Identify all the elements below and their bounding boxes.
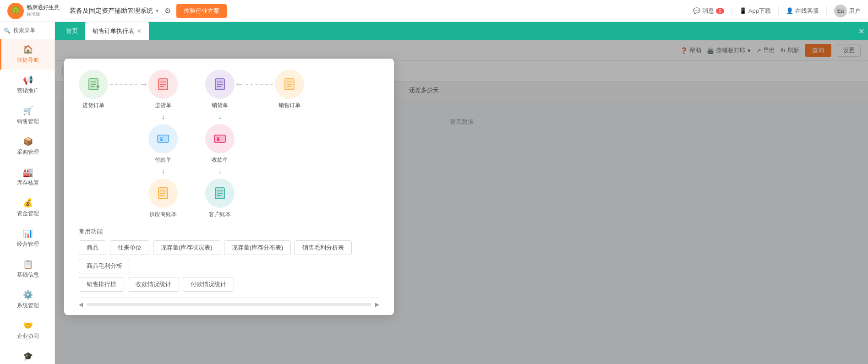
- purchase-order-circle: [79, 70, 108, 99]
- sidebar-item-sales[interactable]: 🛒 销售管理: [0, 100, 55, 131]
- tab-close-icon[interactable]: ✕: [137, 28, 142, 34]
- flow-col-1: 进货订单: [79, 70, 108, 109]
- func-btn-8[interactable]: 付款情况统计: [183, 277, 234, 292]
- sidebar-item-marketing[interactable]: 📢 营销推广: [0, 70, 55, 100]
- dashed-line-1: [110, 84, 137, 85]
- sidebar-item-label-purchase: 采购管理: [17, 148, 39, 156]
- marketing-icon: 📢: [23, 75, 33, 85]
- sidebar-item-finance[interactable]: 💰 资金管理: [0, 192, 55, 223]
- quick-nav-icon: 🏠: [23, 44, 33, 54]
- func-btn-3[interactable]: 现存量(库存分布表): [224, 240, 291, 255]
- online-service-label: 在线客服: [795, 7, 819, 15]
- arrow-down-3: ↓: [218, 113, 222, 120]
- tab-sales-order[interactable]: 销售订单执行表 ✕: [85, 22, 149, 40]
- svg-text:¥: ¥: [217, 136, 220, 142]
- flow-node-sales-order-node[interactable]: 销售订单: [275, 70, 304, 109]
- arrow-down-2: ↓: [161, 168, 165, 175]
- app-download-item[interactable]: 📱 App下载: [739, 7, 771, 15]
- sidebar: 🔍 搜索菜单 🏠 快捷导航 📢 营销推广 🛒 销售管理 📦 采购管理 🏭 库存核…: [0, 22, 55, 364]
- sidebar-item-system[interactable]: ⚙️ 系统管理: [0, 284, 55, 315]
- func-btn-7[interactable]: 收款情况统计: [128, 277, 179, 292]
- finance-icon: 💰: [23, 198, 33, 208]
- message-item[interactable]: 💬 消息 6: [693, 7, 724, 15]
- sales-icon: 🛒: [23, 106, 33, 116]
- modal-overlay[interactable]: 进货订单 →: [55, 40, 868, 364]
- func-btn-5[interactable]: 商品毛利分析: [79, 259, 130, 273]
- newbie-icon: 🎓: [23, 351, 33, 361]
- scroll-right-btn[interactable]: ▶: [375, 301, 379, 308]
- operations-icon: 📊: [23, 228, 33, 239]
- arrow-down-1: ↓: [161, 113, 165, 120]
- arrow-2: ←: [235, 70, 275, 89]
- settings-icon[interactable]: ⚙: [164, 6, 171, 15]
- purchase-bill-circle: [148, 70, 178, 99]
- sidebar-item-basic-info[interactable]: 📋 基础信息: [0, 254, 55, 284]
- sales-order-circle: [275, 70, 304, 99]
- tab-home[interactable]: 首页: [59, 22, 85, 40]
- flow-node-supplier-ledger[interactable]: 供应商账本: [148, 179, 178, 218]
- user-item[interactable]: Ea 用户: [834, 5, 861, 17]
- purchase-order-label: 进货订单: [82, 102, 104, 109]
- top-header: 🍀 畅康通好生意 标准版 装备及固定资产辅助管理系统 ▾ ⚙ 体验行业方案 💬 …: [0, 0, 868, 22]
- func-buttons-group: 商品 往来单位 现存量(库存状况表) 现存量(库存分布表) 销售毛利分析表 商品…: [79, 240, 379, 273]
- sales-order-node-label: 销售订单: [278, 102, 300, 109]
- message-label: 消息: [702, 7, 714, 15]
- flow-col-2: 进货单 ↓ ¥ 付款单 ↓: [148, 70, 178, 218]
- sales-bill-circle: [205, 70, 235, 99]
- inventory-icon: 🏭: [23, 167, 33, 177]
- search-icon: 🔍: [4, 27, 11, 34]
- flow-node-customer-ledger[interactable]: 客户账本: [205, 179, 235, 218]
- func-btn-2[interactable]: 现存量(库存状况表): [153, 240, 220, 255]
- logo-text-group: 畅康通好生意 标准版: [27, 4, 60, 18]
- flow-node-sales-bill[interactable]: 销货单: [205, 70, 235, 109]
- sidebar-item-cooperation[interactable]: 🤝 企业协同: [0, 315, 55, 346]
- message-badge: 6: [716, 8, 724, 14]
- func-btn-1[interactable]: 往来单位: [110, 240, 149, 255]
- divider-3: [826, 6, 827, 16]
- content-area: 首页 销售订单执行表 ✕ ✕ ❓ 帮助 🖨️ 按模板打印 ▾: [55, 22, 868, 364]
- system-name-area: 装备及固定资产辅助管理系统 ▾ ⚙ 体验行业方案: [70, 4, 693, 18]
- scroll-left-btn[interactable]: ◀: [79, 301, 83, 308]
- flow-col-4: 销售订单: [275, 70, 304, 109]
- trial-button[interactable]: 体验行业方案: [176, 4, 227, 18]
- svg-marker-5: [97, 85, 100, 88]
- func-btn-6[interactable]: 销售排行榜: [79, 277, 124, 292]
- sidebar-item-label-inventory: 库存核算: [17, 179, 39, 187]
- sidebar-item-label-marketing: 营销推广: [17, 87, 39, 95]
- func-btn-0[interactable]: 商品: [79, 240, 106, 255]
- flow-node-receipt-bill[interactable]: ¥ 收款单: [205, 124, 235, 164]
- flow-node-purchase-bill[interactable]: 进货单: [148, 70, 178, 109]
- sidebar-item-operations[interactable]: 📊 经营管理: [0, 223, 55, 254]
- payment-bill-label: 付款单: [155, 156, 171, 164]
- logo-icon: 🍀: [7, 3, 24, 19]
- arrow-right-1: →: [139, 79, 148, 89]
- sidebar-item-quick-nav[interactable]: 🏠 快捷导航: [0, 39, 55, 70]
- dropdown-icon[interactable]: ▾: [156, 7, 159, 14]
- scroll-track[interactable]: [87, 303, 371, 306]
- app-download-icon: 📱: [739, 7, 747, 14]
- func-buttons-group-2: 销售排行榜 收款情况统计 付款情况统计: [79, 277, 379, 292]
- arrow-down-4: ↓: [218, 168, 222, 175]
- inner-content: ❓ 帮助 🖨️ 按模板打印 ▾ ↗ 导出 ↻ 刷新 查询 设置: [55, 40, 868, 364]
- search-menu[interactable]: 🔍 搜索菜单: [0, 22, 55, 39]
- online-service-item[interactable]: 👤 在线客服: [786, 7, 819, 15]
- sidebar-item-inventory[interactable]: 🏭 库存核算: [0, 162, 55, 192]
- divider-1: [732, 6, 732, 16]
- flow-node-payment-bill[interactable]: ¥ 付款单: [148, 124, 178, 164]
- sidebar-item-purchase[interactable]: 📦 采购管理: [0, 131, 55, 162]
- tab-bar-close-icon[interactable]: ✕: [858, 27, 864, 36]
- svg-text:¥: ¥: [160, 136, 163, 142]
- sidebar-item-newbie[interactable]: 🎓 新手引导: [0, 346, 55, 364]
- sidebar-item-label-finance: 资金管理: [17, 210, 39, 217]
- header-right: 💬 消息 6 📱 App下载 👤 在线客服 Ea 用户: [693, 5, 861, 17]
- sales-bill-label: 销货单: [212, 102, 228, 109]
- func-btn-4[interactable]: 销售毛利分析表: [295, 240, 352, 255]
- main-layout: 🔍 搜索菜单 🏠 快捷导航 📢 营销推广 🛒 销售管理 📦 采购管理 🏭 库存核…: [0, 22, 868, 364]
- message-icon: 💬: [693, 7, 700, 14]
- receipt-bill-circle: ¥: [205, 124, 235, 153]
- flow-node-purchase-order[interactable]: 进货订单: [79, 70, 108, 109]
- receipt-bill-label: 收款单: [212, 156, 228, 164]
- tab-sales-order-label: 销售订单执行表: [93, 27, 134, 35]
- user-name: 用户: [849, 7, 861, 15]
- sidebar-item-label-system: 系统管理: [17, 302, 39, 310]
